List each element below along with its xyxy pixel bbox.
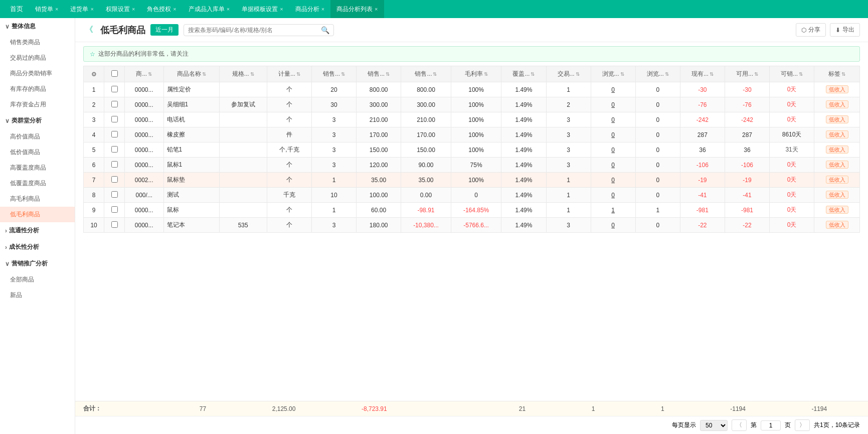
sidebar-item-low-value[interactable]: 低价值商品 (0, 144, 75, 160)
th-name[interactable]: 商品名称⇅ (163, 66, 219, 82)
sidebar-item-new-goods[interactable]: 新品 (0, 287, 75, 303)
share-button[interactable]: ⬡ 分享 (796, 23, 826, 37)
row-checkbox-3[interactable] (111, 131, 118, 137)
sidebar-item-all-goods[interactable]: 全部商品 (0, 272, 75, 287)
row-checkbox-9[interactable] (111, 221, 118, 228)
collapse-sidebar-button[interactable]: 《 (83, 25, 95, 35)
td-view1[interactable]: 0 (591, 173, 635, 188)
sidebar-group-cluster[interactable]: ∨ 类群堂分析 (0, 112, 75, 129)
th-sales-price[interactable]: 销售...⇅ (357, 66, 401, 82)
sidebar-item-high-value[interactable]: 高价值商品 (0, 129, 75, 144)
period-button[interactable]: 近一月 (150, 24, 179, 36)
nav-product-inbound[interactable]: 产成品入库单 × (183, 0, 236, 18)
sidebar-item-low-margin[interactable]: 低毛利商品 (0, 207, 75, 222)
row-checkbox-2[interactable] (111, 116, 118, 122)
nav-role-auth[interactable]: 角色授权 × (141, 0, 182, 18)
sidebar-group-liquidity[interactable]: › 流通性分析 (0, 222, 75, 239)
nav-role-close[interactable]: × (173, 6, 176, 12)
td-checkbox[interactable] (104, 127, 125, 142)
per-page-select[interactable]: 50 100 200 (700, 420, 728, 431)
nav-sales-order[interactable]: 销货单 × (29, 0, 64, 18)
td-name[interactable]: 电话机 (163, 112, 219, 127)
td-view1[interactable]: 0 (591, 97, 635, 112)
sidebar-item-inventory-capital[interactable]: 库存资金占用 (0, 97, 75, 112)
row-checkbox-5[interactable] (111, 161, 118, 168)
page-number-input[interactable] (761, 420, 781, 430)
th-coverage[interactable]: 覆盖...⇅ (501, 66, 546, 82)
row-checkbox-4[interactable] (111, 146, 118, 153)
th-gross-margin[interactable]: 毛利率⇅ (451, 66, 501, 82)
td-view1[interactable]: 0 (591, 158, 635, 173)
td-view1[interactable]: 0 (591, 142, 635, 158)
export-button[interactable]: ⬇ 导出 (830, 23, 860, 37)
nav-permission-close[interactable]: × (132, 6, 135, 12)
th-unit[interactable]: 计量...⇅ (267, 66, 311, 82)
nav-purchase-close[interactable]: × (90, 6, 93, 12)
td-name[interactable]: 笔记本 (163, 218, 219, 233)
td-checkbox[interactable] (104, 142, 125, 158)
row-checkbox-7[interactable] (111, 191, 118, 198)
nav-home[interactable]: 首页 (4, 0, 29, 18)
sidebar-group-marketing[interactable]: ∨ 营销推广分析 (0, 255, 75, 272)
td-view1[interactable]: 0 (591, 82, 635, 97)
nav-product-analysis-list[interactable]: 商品分析列表 × (330, 0, 384, 18)
row-checkbox-1[interactable] (111, 101, 118, 107)
th-tag[interactable]: 标签⇅ (814, 66, 860, 82)
sidebar-item-sales-goods[interactable]: 销售类商品 (0, 35, 75, 50)
sidebar-item-category-sales-rate[interactable]: 商品分类助销率 (0, 66, 75, 81)
td-view1[interactable]: 0 (591, 127, 635, 142)
th-view1[interactable]: 浏览...⇅ (591, 66, 635, 82)
nav-product-analysis[interactable]: 商品分析 × (289, 0, 330, 18)
select-all-checkbox[interactable] (111, 70, 118, 77)
th-trade[interactable]: 交易...⇅ (546, 66, 591, 82)
td-checkbox[interactable] (104, 188, 125, 203)
row-checkbox-8[interactable] (111, 206, 118, 213)
sidebar-item-low-coverage[interactable]: 低覆盖度商品 (0, 176, 75, 191)
nav-analysis-list-close[interactable]: × (375, 6, 378, 12)
th-current[interactable]: 现有...⇅ (680, 66, 725, 82)
sidebar-group-overall[interactable]: ∨ 整体信息 (0, 18, 75, 35)
td-checkbox[interactable] (104, 218, 125, 233)
row-checkbox-6[interactable] (111, 176, 118, 183)
nav-purchase-order[interactable]: 进货单 × (64, 0, 99, 18)
td-checkbox[interactable] (104, 158, 125, 173)
th-sales-qty[interactable]: 销售...⇅ (311, 66, 356, 82)
th-code[interactable]: 商...⇅ (124, 66, 163, 82)
td-name[interactable]: 鼠标1 (163, 158, 219, 173)
th-sellable[interactable]: 可销...⇅ (770, 66, 814, 82)
td-view1[interactable]: 0 (591, 188, 635, 203)
sidebar-item-high-margin[interactable]: 高毛利商品 (0, 191, 75, 207)
nav-template-settings[interactable]: 单据模板设置 × (236, 0, 289, 18)
td-name[interactable]: 铅笔1 (163, 142, 219, 158)
row-checkbox-0[interactable] (111, 86, 118, 92)
td-name[interactable]: 鼠标垫 (163, 173, 219, 188)
th-available[interactable]: 可用...⇅ (725, 66, 769, 82)
prev-page-button[interactable]: 〈 (732, 419, 747, 431)
td-name[interactable]: 属性定价 (163, 82, 219, 97)
th-spec[interactable]: 规格...⇅ (219, 66, 267, 82)
td-checkbox[interactable] (104, 112, 125, 127)
th-settings[interactable]: ⚙ (84, 66, 104, 82)
sidebar-item-high-coverage[interactable]: 高覆盖度商品 (0, 160, 75, 176)
next-page-button[interactable]: 〉 (795, 419, 810, 431)
nav-sales-order-close[interactable]: × (55, 6, 58, 12)
nav-analysis-close[interactable]: × (321, 6, 324, 12)
sidebar-item-traded-goods[interactable]: 交易过的商品 (0, 50, 75, 66)
td-name[interactable]: 测试 (163, 188, 219, 203)
td-view1[interactable]: 0 (591, 112, 635, 127)
th-checkbox[interactable] (104, 66, 125, 82)
td-view1[interactable]: 0 (591, 218, 635, 233)
td-checkbox[interactable] (104, 82, 125, 97)
td-view1[interactable]: 1 (591, 203, 635, 218)
th-sales-amount[interactable]: 销售...⇅ (401, 66, 451, 82)
sidebar-group-growth[interactable]: › 成长性分析 (0, 239, 75, 255)
sidebar-item-stocked-goods[interactable]: 有库存的商品 (0, 81, 75, 97)
td-checkbox[interactable] (104, 97, 125, 112)
search-icon[interactable]: 🔍 (321, 26, 329, 34)
th-view2[interactable]: 浏览...⇅ (635, 66, 680, 82)
td-checkbox[interactable] (104, 173, 125, 188)
td-name[interactable]: 鼠标 (163, 203, 219, 218)
td-checkbox[interactable] (104, 203, 125, 218)
nav-permission[interactable]: 权限设置 × (100, 0, 141, 18)
td-name[interactable]: 橡皮擦 (163, 127, 219, 142)
